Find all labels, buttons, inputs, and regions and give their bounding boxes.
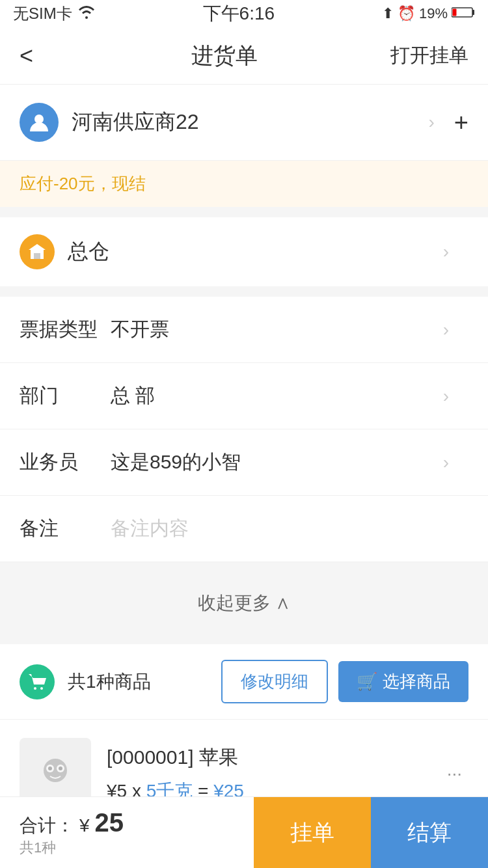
form-section: 票据类型 不开票 › 部门 总 部 › 业务员 这是859的小智 › 备注 备注… [0,297,488,562]
department-label: 部门 [20,383,104,409]
product-title-name: 苹果 [199,746,238,768]
total-amount: 25 [95,808,124,837]
open-hang-button[interactable]: 打开挂单 [390,42,468,69]
carrier-text: 无SIM卡 [13,3,72,24]
supplier-chevron-icon: › [428,112,434,133]
invoice-type-label: 票据类型 [20,316,104,343]
settle-button[interactable]: 结算 [371,797,488,868]
product-section-icon [20,664,55,699]
remark-input[interactable]: 备注内容 [104,515,468,542]
status-right: ⬆ ⏰ 19% [382,5,475,22]
total-text: 合计： [20,813,74,838]
hang-order-button[interactable]: 挂单 [254,797,371,868]
svg-point-3 [34,115,44,124]
product-name: [0000001] 苹果 [107,744,425,771]
svg-rect-2 [453,9,457,16]
location-icon: ⬆ [382,5,394,22]
supplier-section: 河南供应商22 › + 应付-20元，现结 [0,85,488,207]
status-time: 下午6:16 [203,1,275,26]
invoice-type-value: 不开票 [104,316,443,343]
department-row[interactable]: 部门 总 部 › [0,363,488,429]
product-thumb-logo [36,754,75,793]
remark-row[interactable]: 备注 备注内容 [0,496,488,562]
total-sub-label: 共1种 [20,838,234,858]
salesperson-label: 业务员 [20,449,104,476]
warehouse-name: 总仓 [68,237,443,266]
add-supplier-button[interactable]: + [454,109,468,137]
invoice-chevron-icon: › [443,319,449,340]
svg-rect-1 [472,10,474,15]
select-product-icon: 🛒 [357,671,377,692]
collapse-more-label: 收起更多 ∧ [198,591,291,616]
supplier-name: 河南供应商22 [72,108,428,137]
product-info: [0000001] 苹果 ¥5 x 5千克 = ¥25 [107,744,425,804]
product-more-button[interactable]: ··· [441,757,468,791]
collapse-more-button[interactable]: 收起更多 ∧ [0,573,488,634]
product-code: [0000001] [107,746,193,768]
department-value: 总 部 [104,383,443,409]
status-left: 无SIM卡 [13,3,96,24]
invoice-type-row[interactable]: 票据类型 不开票 › [0,297,488,363]
page-title: 进货单 [191,41,258,71]
nav-bar: < 进货单 打开挂单 [0,27,488,85]
warehouse-icon [20,234,55,269]
svg-point-10 [48,766,52,770]
battery-icon [452,5,475,22]
svg-rect-4 [34,253,40,259]
balance-notice: 应付-20元，现结 [0,161,488,207]
total-section: 合计： ¥ 25 共1种 [0,797,254,868]
warehouse-section: 总仓 › [0,217,488,286]
select-product-button[interactable]: 🛒 选择商品 [338,661,468,702]
battery-text: 19% [419,5,448,22]
remark-label: 备注 [20,515,104,542]
product-header: 共1种商品 修改明细 🛒 选择商品 [0,644,488,720]
warehouse-chevron-icon: › [443,241,449,262]
product-count-label: 共1种商品 [68,670,221,694]
total-label: 合计： ¥ 25 [20,808,234,838]
salesperson-value: 这是859的小智 [104,449,443,476]
status-bar: 无SIM卡 下午6:16 ⬆ ⏰ 19% [0,0,488,27]
back-button[interactable]: < [20,42,59,70]
salesperson-row[interactable]: 业务员 这是859的小智 › [0,429,488,496]
total-symbol: ¥ [79,815,90,836]
svg-point-5 [34,687,36,690]
alarm-icon: ⏰ [398,5,415,22]
wifi-icon [77,5,96,23]
svg-point-11 [59,766,62,770]
bottom-bar: 合计： ¥ 25 共1种 挂单 结算 [0,796,488,868]
department-chevron-icon: › [443,386,449,407]
svg-point-6 [40,687,43,690]
salesperson-chevron-icon: › [443,452,449,473]
supplier-row[interactable]: 河南供应商22 › + [0,85,488,161]
edit-detail-button[interactable]: 修改明细 [221,660,328,703]
supplier-avatar [20,103,59,142]
warehouse-row[interactable]: 总仓 › [0,217,488,286]
select-product-label: 选择商品 [383,670,450,693]
